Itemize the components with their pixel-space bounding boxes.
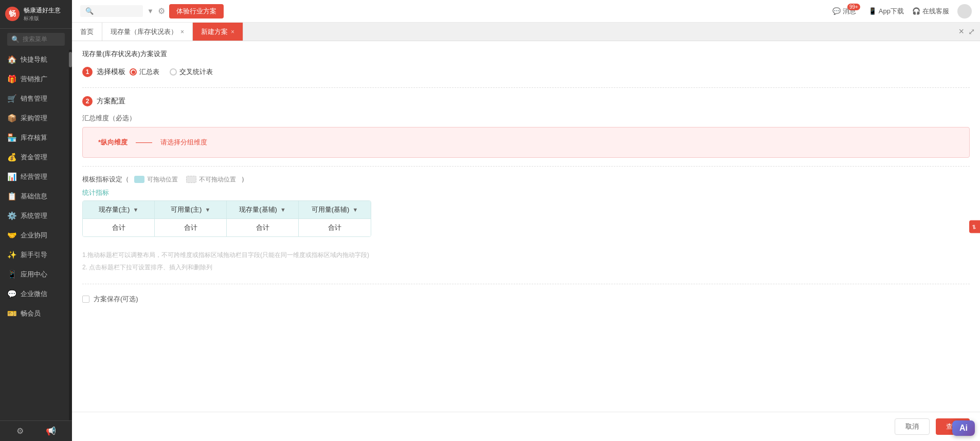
ai-bubble[interactable]: Ai bbox=[952, 420, 975, 436]
stats-data-row: 合计 合计 合计 合计 bbox=[83, 218, 371, 236]
tab-home[interactable]: 首页 bbox=[72, 23, 102, 41]
sidebar-item-quick-nav[interactable]: 🏠 快捷导航 bbox=[0, 50, 69, 69]
sidebar-bottom: ⚙ 📢 bbox=[0, 420, 72, 441]
section-template: 1 选择模板 汇总表 交叉统计表 bbox=[82, 67, 970, 77]
sidebar-search-area[interactable]: 🔍 bbox=[0, 29, 72, 50]
sidebar-item-business[interactable]: 📊 经营管理 bbox=[0, 167, 69, 187]
template-radio-group: 汇总表 交叉统计表 bbox=[130, 67, 213, 77]
stats-title: 统计指标 bbox=[82, 188, 970, 197]
mobile-icon: 📱 bbox=[7, 270, 16, 279]
window-close-btn[interactable]: × bbox=[958, 26, 964, 37]
separator-text: —— bbox=[136, 138, 152, 147]
money-icon: 💰 bbox=[7, 153, 16, 162]
topbar-right: 💬 消息 99+ 📱 App下载 🎧 在线客服 bbox=[832, 4, 972, 19]
cart-icon: 🛒 bbox=[7, 94, 16, 103]
summary-dimension-label: 汇总维度（必选） bbox=[82, 114, 970, 123]
trial-btn[interactable]: 体验行业方案 bbox=[169, 4, 224, 19]
topbar-search-area[interactable]: 🔍 bbox=[80, 5, 143, 17]
save-plan-label: 方案保存(可选) bbox=[94, 295, 138, 304]
sidebar-item-guide[interactable]: ✨ 新手引导 bbox=[0, 245, 69, 265]
sidebar-search-input[interactable] bbox=[23, 35, 61, 43]
store-icon: 🏪 bbox=[7, 133, 16, 142]
chevron-down-icon-3[interactable]: ▼ bbox=[280, 207, 286, 213]
sidebar-item-basic[interactable]: 📋 基础信息 bbox=[0, 187, 69, 206]
right-side-tab[interactable]: ⇌ bbox=[969, 220, 980, 233]
handshake-icon: 🤝 bbox=[7, 231, 16, 240]
content-area: 现存量(库存状况表)方案设置 1 选择模板 汇总表 交叉统计表 bbox=[72, 41, 980, 412]
radio-circle-cross bbox=[170, 68, 177, 76]
sidebar-item-marketing[interactable]: 🎁 营销推广 bbox=[0, 69, 69, 89]
topbar-search-icon: 🔍 bbox=[85, 7, 94, 15]
tab-inventory-status[interactable]: 现存量（库存状况表） × bbox=[102, 23, 193, 41]
stats-cell-agg-1: 合计 bbox=[83, 219, 155, 236]
logo-text: 畅康通好生意 标准版 bbox=[24, 6, 61, 22]
sidebar-item-inventory[interactable]: 🏪 库存核算 bbox=[0, 128, 69, 148]
sidebar-item-system[interactable]: ⚙️ 系统管理 bbox=[0, 206, 69, 226]
save-plan-checkbox[interactable] bbox=[82, 296, 89, 303]
sidebar-nav: 🏠 快捷导航 🎁 营销推广 🛒 销售管理 📦 采购管理 🏪 库存核算 💰 bbox=[0, 50, 69, 420]
chevron-down-icon-2[interactable]: ▼ bbox=[205, 207, 210, 213]
indicator-config-label: 模板指标设定（ 可拖动位置 不可拖动位置 ） bbox=[82, 175, 970, 184]
app-download-btn[interactable]: 📱 App下载 bbox=[868, 7, 904, 16]
cancel-button[interactable]: 取消 bbox=[895, 418, 930, 435]
topbar-dropdown-icon[interactable]: ▼ bbox=[147, 7, 154, 15]
chat-icon: 💬 bbox=[7, 289, 16, 299]
stats-col-1-header[interactable]: 现存量(主) ▼ bbox=[83, 201, 155, 218]
logo-icon: 畅 bbox=[5, 7, 20, 21]
user-avatar[interactable] bbox=[957, 4, 972, 19]
tab-close-inventory[interactable]: × bbox=[180, 28, 184, 35]
tips-item-2: 2. 点击标题栏下拉可设置排序、插入列和删除列 bbox=[82, 261, 970, 273]
home-icon: 🏠 bbox=[7, 55, 16, 64]
sidebar-item-purchase[interactable]: 📦 采购管理 bbox=[0, 108, 69, 128]
dimension-config-box: *纵向维度 —— 请选择分组维度 bbox=[82, 127, 970, 158]
footer-bar: 取消 查询 bbox=[72, 412, 980, 441]
window-expand-btn[interactable]: ⤢ bbox=[968, 27, 975, 36]
chart-icon: 📊 bbox=[7, 172, 16, 181]
speaker-bottom-icon[interactable]: 📢 bbox=[46, 426, 56, 436]
topbar-search-input[interactable] bbox=[97, 8, 138, 15]
main-area: 🔍 ▼ ⚙ 体验行业方案 💬 消息 99+ 📱 App下载 🎧 在线客服 bbox=[72, 0, 980, 441]
sidebar-item-finance[interactable]: 💰 资金管理 bbox=[0, 148, 69, 167]
search-icon: 🔍 bbox=[11, 35, 20, 43]
settings-bottom-icon[interactable]: ⚙ bbox=[16, 426, 24, 436]
sidebar-item-sales[interactable]: 🛒 销售管理 bbox=[0, 89, 69, 108]
topbar: 🔍 ▼ ⚙ 体验行业方案 💬 消息 99+ 📱 App下载 🎧 在线客服 bbox=[72, 0, 980, 23]
dimension-placeholder[interactable]: 请选择分组维度 bbox=[160, 138, 207, 147]
stats-cell-agg-2: 合计 bbox=[155, 219, 227, 236]
message-btn[interactable]: 💬 消息 99+ bbox=[832, 7, 856, 16]
stats-col-4-header[interactable]: 可用量(基辅) ▼ bbox=[299, 201, 371, 218]
section-num-2: 2 bbox=[82, 96, 93, 106]
sidebar-item-member[interactable]: 🎫 畅会员 bbox=[0, 304, 69, 323]
radio-summary[interactable]: 汇总表 bbox=[130, 67, 159, 77]
tab-new-plan[interactable]: 新建方案 × bbox=[193, 23, 243, 41]
stats-cell-agg-4: 合计 bbox=[299, 219, 371, 236]
stats-col-3-header[interactable]: 现存量(基辅) ▼ bbox=[227, 201, 299, 218]
radio-cross[interactable]: 交叉统计表 bbox=[170, 67, 213, 77]
message-badge: 99+ bbox=[847, 4, 860, 10]
ticket-icon: 🎫 bbox=[7, 309, 16, 318]
save-plan-area: 方案保存(可选) bbox=[82, 295, 970, 304]
message-icon: 💬 bbox=[832, 7, 841, 15]
mobile-icon: 📱 bbox=[868, 7, 877, 15]
sidebar-item-app-center[interactable]: 📱 应用中心 bbox=[0, 265, 69, 284]
gear-icon: ⚙️ bbox=[7, 211, 16, 220]
stats-header-row: 现存量(主) ▼ 可用量(主) ▼ 现存量(基辅) ▼ bbox=[83, 201, 371, 218]
section-title-2: 方案配置 bbox=[97, 97, 125, 106]
stats-col-2-header[interactable]: 可用量(主) ▼ bbox=[155, 201, 227, 218]
legend-draggable: 可拖动位置 bbox=[134, 175, 178, 184]
legend-non-draggable: 不可拖动位置 bbox=[186, 175, 236, 184]
tab-close-new-plan[interactable]: × bbox=[231, 28, 234, 35]
tips-item-1: 1.拖动标题栏可以调整布局，不可跨维度或指标区域拖动栏目字段(只能在同一维度或指… bbox=[82, 249, 970, 261]
section-title-1: 选择模板 bbox=[97, 67, 125, 77]
sidebar-logo: 畅 畅康通好生意 标准版 bbox=[0, 0, 72, 29]
customer-service-btn[interactable]: 🎧 在线客服 bbox=[912, 7, 949, 16]
topbar-gear-icon[interactable]: ⚙ bbox=[158, 6, 165, 16]
sidebar-item-wechat[interactable]: 💬 企业微信 bbox=[0, 284, 69, 304]
non-draggable-box bbox=[186, 176, 196, 183]
chevron-down-icon-1[interactable]: ▼ bbox=[133, 207, 138, 213]
sidebar-item-contract[interactable]: 🤝 企业协同 bbox=[0, 226, 69, 245]
vertical-label: *纵向维度 bbox=[98, 138, 128, 147]
section-config: 2 方案配置 汇总维度（必选） *纵向维度 —— 请选择分组维度 模板指标设定（ bbox=[82, 96, 970, 273]
page-title: 现存量(库存状况表)方案设置 bbox=[82, 49, 970, 59]
chevron-down-icon-4[interactable]: ▼ bbox=[352, 207, 358, 213]
